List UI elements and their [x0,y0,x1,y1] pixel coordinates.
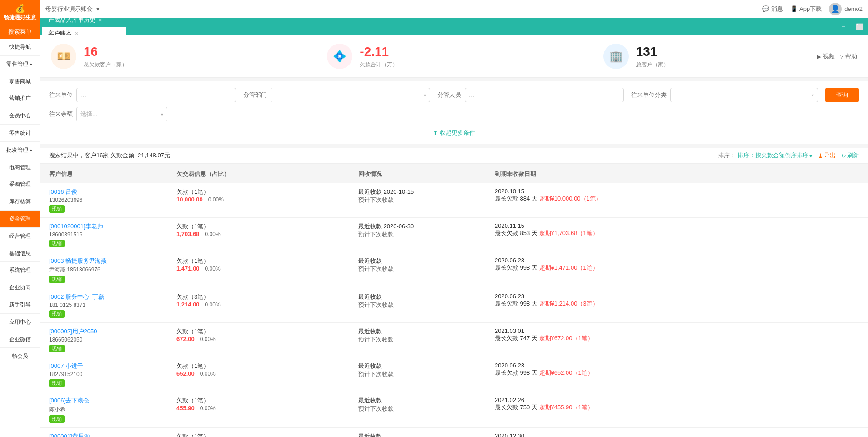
app-download-btn[interactable]: 📱 App下载 [790,5,822,13]
debt-amount[interactable]: 1,214.00 [176,301,200,308]
tab-close-icon[interactable]: ✕ [98,18,102,23]
sidebar-item-基础信息[interactable]: 基础信息 [0,245,40,262]
refresh-btn[interactable]: ↻ 刷新 [841,151,859,160]
view-video-btn[interactable]: ▶ 视频 [817,52,835,60]
tab-客户账本[interactable]: 客户账本✕ [42,27,126,35]
remaining-group: 往来余额 选择... ▾ [49,107,167,121]
overdue-link[interactable]: 超期¥652.00（1笔） [539,369,593,376]
due-date-cell: 2020.06.23最长欠款 998 天 超期¥1,471.00（1笔） [495,257,859,272]
sort-arrow-icon: ▾ [809,152,813,159]
search-menu-btn[interactable]: 搜索菜单 [0,25,40,39]
debt-amount-row: 455.900.00% [176,405,358,412]
overdue-link[interactable]: 超期¥455.90（1笔） [539,404,593,411]
sidebar-item-新手引导[interactable]: 新手引导 [0,296,40,314]
sidebar-item-应用中心[interactable]: 应用中心 [0,314,40,331]
table-row: [000001]黄思源13552700226现销欠款（1笔）429.000.00… [40,428,868,437]
customer-sub-info: 陈小希 [49,406,176,413]
message-btn[interactable]: 💬 消息 [762,5,783,13]
stat-label-total: 总客户（家） [636,61,669,69]
customer-name-link[interactable]: [0001020001]李老师 [49,222,176,231]
stat-icon-amount: 💠 [327,44,352,69]
debt-amount[interactable]: 1,471.00 [176,265,200,272]
sidebar-item-零售管理[interactable]: 零售管理▲ [0,56,40,73]
due-date-cell: 2020.10.15最长欠款 884 天 超期¥10,000.00（1笔） [495,188,859,203]
col-debt-info: 欠交易信息（占比） [176,170,358,178]
unit-category-group: 往来单位分类 ▾ [631,88,818,102]
sidebar-item-资金管理[interactable]: 资金管理 [0,211,40,228]
sort-control: 排序： 排序：按欠款金额倒序排序 ▾ [718,151,813,160]
app-download-icon: 📱 [790,5,798,12]
sidebar-item-经营管理[interactable]: 经营管理 [0,228,40,245]
dept-select[interactable]: ▾ [271,88,430,102]
sort-btn[interactable]: 排序：按欠款金额倒序排序 ▾ [738,151,813,160]
sidebar-item-零售商城[interactable]: 零售商城 [0,73,40,90]
debt-cell: 欠款（1笔）10,000.000.00% [176,188,358,203]
source-unit-input[interactable]: ... [76,88,236,102]
tab-产成品入库单历史[interactable]: 产成品入库单历史✕ [42,18,126,27]
customer-info-cell: [0016]吕俊13026203696现销 [49,188,176,213]
stat-value-amount: -2.11 [360,45,398,59]
overdue-link[interactable]: 超期¥1,214.00（3笔） [539,300,598,307]
customer-name-link[interactable]: [0007]小进干 [49,362,176,370]
collapse-icon: ⬆ [433,130,438,136]
customer-name-link[interactable]: [000002]用户2050 [49,327,176,336]
debt-count: 欠款（1笔） [176,362,358,370]
customer-sub-info: 181 0125 8371 [49,302,176,308]
sidebar-item-企业微信[interactable]: 企业微信 [0,331,40,348]
debt-amount[interactable]: 652.00 [176,370,195,377]
help-btn[interactable]: ? 帮助 [840,52,857,60]
customer-name-link[interactable]: [0016]吕俊 [49,188,176,196]
overdue-days: 最长欠款 998 天 [495,264,539,271]
customer-sub-info: 18665062050 [49,337,176,343]
sidebar-item-营销推广[interactable]: 营销推广 [0,90,40,107]
debt-count: 欠款（1笔） [176,432,358,437]
data-table: 客户信息 欠交易信息（占比） 回收情况 到期未收款日期 [0016]吕俊1302… [40,166,868,437]
sidebar-item-零售统计[interactable]: 零售统计 [0,125,40,142]
customer-tag: 现销 [49,415,65,423]
due-date-cell: 2020.11.15最长欠款 853 天 超期¥1,703.68（1笔） [495,222,859,237]
stat-info-amount: -2.11 欠款合计（万） [360,45,398,69]
user-menu[interactable]: 👤 demo2 [829,3,863,15]
last-collection: 最近收款 [358,327,495,336]
customer-name-link[interactable]: [0006]去下粮仓 [49,397,176,405]
debt-amount[interactable]: 455.90 [176,405,195,412]
overdue-link[interactable]: 超期¥1,703.68（1笔） [539,230,598,236]
debt-cell: 欠款（1笔）652.000.00% [176,362,358,377]
person-input[interactable]: ... [465,88,624,102]
debt-amount[interactable]: 1,703.68 [176,231,200,237]
last-collection: 最近收款 [358,432,495,437]
due-date-cell: 2021.02.26最长欠款 750 天 超期¥455.90（1笔） [495,397,859,412]
minimize-btn[interactable]: － [838,23,849,31]
col-due-date: 到期未收款日期 [495,170,859,178]
stat-icon-customers: 💴 [51,44,76,69]
sidebar-item-企业协同[interactable]: 企业协同 [0,279,40,296]
stat-info-customers: 16 总欠款客户（家） [84,45,127,69]
debt-cell: 欠款（1笔）1,471.000.00% [176,257,358,272]
sidebar-item-批发管理[interactable]: 批发管理▲ [0,142,40,159]
debt-count: 欠款（1笔） [176,188,358,196]
sidebar-item-会员中心[interactable]: 会员中心 [0,107,40,125]
maximize-btn[interactable]: ⬜ [853,23,866,30]
debt-amount[interactable]: 672.00 [176,336,195,342]
search-btn[interactable]: 查询 [825,88,859,102]
debt-amount[interactable]: 10,000.00 [176,196,203,203]
sidebar-item-畅会员[interactable]: 畅会员 [0,348,40,365]
sidebar-item-电商管理[interactable]: 电商管理 [0,159,40,176]
sidebar-item-库存核算[interactable]: 库存核算 [0,193,40,211]
export-btn[interactable]: ⤓ 导出 [818,151,836,160]
collapse-btn[interactable]: ⬆ 收起更多条件 [49,126,859,141]
tab-close-icon[interactable]: ✕ [75,31,79,36]
customer-name-link[interactable]: [000001]黄思源 [49,432,176,437]
sidebar-item-快捷导航[interactable]: 快捷导航 [0,39,40,56]
sidebar-item-采购管理[interactable]: 采购管理 [0,176,40,193]
customer-name-link[interactable]: [0002]服务中心_丁磊 [49,293,176,301]
remaining-select[interactable]: 选择... ▾ [76,107,167,121]
sidebar-item-系统管理[interactable]: 系统管理 [0,262,40,279]
overdue-link[interactable]: 超期¥1,471.00（1笔） [539,264,598,271]
table-row: [0003]畅捷服务尹海燕尹海燕 18513066976现销欠款（1笔）1,47… [40,252,868,288]
overdue-link[interactable]: 超期¥672.00（1笔） [539,335,593,342]
dropdown-icon[interactable]: ▾ [96,5,100,12]
overdue-link[interactable]: 超期¥10,000.00（1笔） [539,195,602,202]
unit-category-select[interactable]: ▾ [670,88,818,102]
customer-name-link[interactable]: [0003]畅捷服务尹海燕 [49,257,176,265]
